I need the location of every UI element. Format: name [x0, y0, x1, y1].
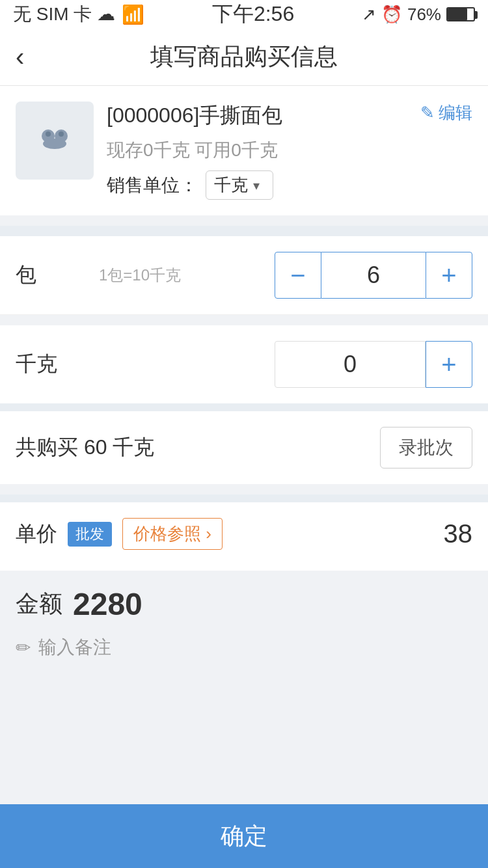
bao-input[interactable]: [321, 252, 426, 299]
page-title: 填写商品购买信息: [150, 41, 338, 73]
product-unit: 销售单位： 千克 ▾: [107, 170, 472, 200]
location-icon: ↗: [362, 5, 376, 25]
wifi-icon: 📶: [122, 4, 144, 25]
product-image: [16, 102, 94, 180]
price-row: 单价 批发 价格参照 › 38: [16, 518, 472, 550]
bao-stepper: − +: [275, 252, 472, 299]
product-name: [0000006]手撕面包: [107, 102, 282, 130]
price-section: 单价 批发 价格参照 › 38: [0, 502, 488, 571]
bao-row: 包 1包=10千克 − +: [0, 236, 488, 315]
svg-point-2: [43, 139, 66, 149]
unit-value: 千克: [214, 174, 248, 197]
section-divider-3: [0, 495, 488, 502]
kg-stepper: +: [275, 341, 472, 388]
kg-input-section: 千克 +: [0, 325, 488, 403]
product-card: [0000006]手撕面包 ✎ 编辑 现存0千克 可用0千克 销售单位： 千克 …: [0, 86, 488, 215]
batch-button[interactable]: 录批次: [380, 427, 472, 468]
price-ref-button[interactable]: 价格参照 ›: [122, 518, 223, 550]
amount-label: 金额: [16, 588, 62, 620]
note-row[interactable]: ✏ 输入备注: [16, 635, 472, 660]
status-time: 下午2:56: [212, 0, 294, 29]
amount-value: 2280: [73, 586, 142, 622]
unit-label: 销售单位：: [107, 173, 198, 198]
pencil-icon: ✏: [16, 637, 31, 658]
sim-label: 无 SIM 卡 ☁: [13, 2, 115, 27]
price-label: 单价: [16, 520, 57, 549]
confirm-button[interactable]: 确定: [0, 804, 488, 868]
amount-section: 金额 2280 ✏ 输入备注: [0, 571, 488, 675]
chevron-down-icon: ▾: [253, 178, 260, 193]
edit-label: 编辑: [439, 102, 472, 124]
battery-level: 76%: [407, 5, 441, 25]
svg-point-3: [46, 131, 51, 137]
bao-label: 包: [16, 261, 94, 290]
status-right: ↗ ⏰ 76%: [362, 5, 475, 25]
nav-bar: ‹ 填写商品购买信息: [0, 29, 488, 86]
kg-row: 千克 +: [0, 325, 488, 403]
product-info: [0000006]手撕面包 ✎ 编辑 现存0千克 可用0千克 销售单位： 千克 …: [107, 102, 472, 200]
section-divider-2: [0, 403, 488, 411]
amount-row: 金额 2280: [16, 586, 472, 622]
edit-button[interactable]: ✎ 编辑: [420, 102, 472, 124]
alarm-icon: ⏰: [381, 5, 402, 25]
total-text: 共购买 60 千克: [16, 433, 154, 462]
bao-input-section: 包 1包=10千克 − +: [0, 236, 488, 315]
svg-point-4: [59, 131, 64, 137]
kg-label: 千克: [16, 350, 94, 379]
price-tag: 批发: [68, 522, 112, 547]
back-button[interactable]: ‹: [16, 42, 24, 72]
bao-plus-button[interactable]: +: [426, 252, 472, 299]
bao-minus-button[interactable]: −: [275, 252, 321, 299]
kg-input[interactable]: [275, 341, 426, 388]
kg-plus-button[interactable]: +: [426, 341, 472, 388]
note-placeholder: 输入备注: [38, 635, 111, 660]
product-stock: 现存0千克 可用0千克: [107, 138, 472, 163]
unit-select[interactable]: 千克 ▾: [206, 170, 273, 200]
total-row: 共购买 60 千克 录批次: [0, 411, 488, 484]
edit-icon: ✎: [420, 103, 435, 123]
battery-icon: [446, 7, 475, 21]
bao-hint: 1包=10千克: [99, 265, 275, 286]
section-divider-1: [0, 226, 488, 236]
status-bar: 无 SIM 卡 ☁ 📶 下午2:56 ↗ ⏰ 76%: [0, 0, 488, 29]
status-left: 无 SIM 卡 ☁ 📶: [13, 2, 144, 27]
price-value: 38: [444, 519, 473, 549]
